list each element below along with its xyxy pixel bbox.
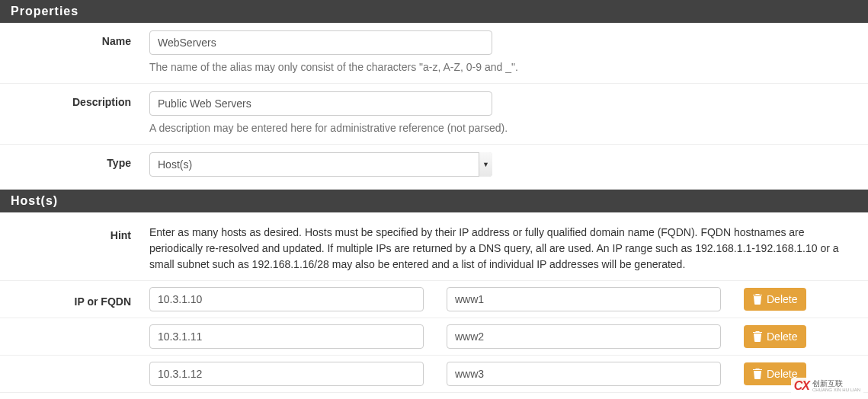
host-name-input[interactable]: [447, 287, 721, 311]
host-name-input[interactable]: [447, 324, 721, 349]
trash-icon: [753, 369, 762, 379]
name-input[interactable]: [149, 30, 492, 55]
delete-label: Delete: [767, 330, 797, 343]
delete-button[interactable]: Delete: [744, 325, 806, 348]
host-row: Delete: [0, 318, 868, 356]
label-hint: Hint: [0, 225, 149, 241]
trash-icon: [753, 294, 762, 305]
trash-icon: [753, 331, 762, 342]
label-type: Type: [0, 152, 149, 169]
panel-header-hosts: Host(s): [0, 190, 868, 212]
host-name-input[interactable]: [447, 362, 721, 386]
label-name: Name: [0, 30, 149, 47]
description-input[interactable]: [149, 91, 492, 116]
help-name: The name of the alias may only consist o…: [149, 59, 856, 75]
ip-input[interactable]: [149, 287, 424, 311]
logo-icon: CX: [794, 379, 809, 393]
host-row: IP or FQDNDelete: [0, 281, 868, 318]
row-type: Type Host(s) ▼: [0, 145, 868, 190]
hint-text: Enter as many hosts as desired. Hosts mu…: [149, 225, 856, 273]
watermark: CX 创新互联 CHUANG XIN HU LIAN: [791, 378, 863, 394]
host-row: Delete: [0, 356, 868, 393]
watermark-py: CHUANG XIN HU LIAN: [812, 388, 860, 392]
label-ip-or-fqdn: IP or FQDN: [0, 291, 149, 308]
label-ip-or-fqdn: [0, 334, 149, 339]
host-row: Delete: [0, 393, 868, 399]
delete-label: Delete: [767, 293, 797, 305]
help-description: A description may be entered here for ad…: [149, 120, 856, 136]
ip-input[interactable]: [149, 362, 424, 386]
row-description: Description A description may be entered…: [0, 84, 868, 145]
type-select[interactable]: Host(s): [149, 152, 492, 177]
row-hint: Hint Enter as many hosts as desired. Hos…: [0, 217, 868, 281]
label-description: Description: [0, 91, 149, 108]
panel-header-properties: Properties: [0, 0, 868, 23]
row-name: Name The name of the alias may only cons…: [0, 23, 868, 84]
watermark-brand: 创新互联: [812, 380, 860, 388]
delete-button[interactable]: Delete: [744, 288, 806, 311]
label-ip-or-fqdn: [0, 372, 149, 376]
ip-input[interactable]: [149, 324, 424, 349]
